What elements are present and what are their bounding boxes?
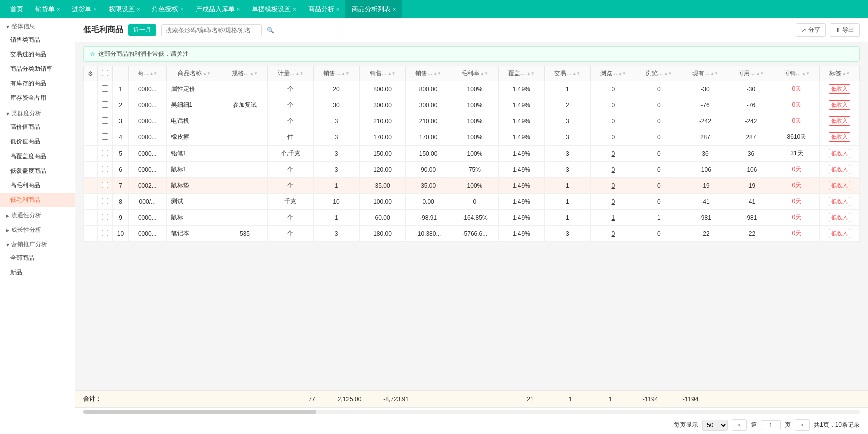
nav-close-icon[interactable]: × bbox=[57, 6, 60, 12]
date-filter-button[interactable]: 近一月 bbox=[128, 24, 156, 36]
view1-link[interactable]: 0 bbox=[611, 166, 615, 173]
sidebar-item-high-value[interactable]: 高价值商品 bbox=[0, 120, 75, 134]
view1-link[interactable]: 0 bbox=[611, 118, 615, 125]
row-view1-cell[interactable]: 0 bbox=[590, 162, 636, 178]
sidebar-item-traded-goods[interactable]: 交易过的商品 bbox=[0, 47, 75, 62]
row-checkbox[interactable] bbox=[102, 101, 108, 108]
cover-rate-column-header[interactable]: 覆盖...▲▼ bbox=[498, 66, 545, 81]
row-checkbox[interactable] bbox=[102, 150, 108, 156]
sidebar-item-sales-goods[interactable]: 销售类商品 bbox=[0, 33, 75, 47]
nav-product-analysis-list[interactable]: 商品分析列表× bbox=[345, 0, 402, 18]
row-checkbox-cell[interactable] bbox=[98, 226, 113, 242]
row-checkbox[interactable] bbox=[102, 85, 108, 92]
row-checkbox[interactable] bbox=[102, 214, 108, 220]
sales-price-column-header[interactable]: 销售...▲▼ bbox=[360, 66, 406, 81]
row-view1-cell[interactable]: 1 bbox=[590, 210, 636, 226]
sidebar-group-overall[interactable]: ▾ 整体信息 bbox=[0, 18, 75, 33]
name-column-header[interactable]: 商品名称▲▼ bbox=[166, 66, 222, 81]
row-checkbox-cell[interactable] bbox=[98, 113, 113, 129]
view1-link[interactable]: 0 bbox=[611, 86, 615, 93]
sidebar-item-high-margin[interactable]: 高毛利商品 bbox=[0, 178, 75, 193]
row-checkbox[interactable] bbox=[102, 133, 108, 140]
row-checkbox[interactable] bbox=[102, 166, 108, 172]
view1-link[interactable]: 0 bbox=[611, 102, 615, 109]
nav-finished-goods[interactable]: 产成品入库单× bbox=[190, 0, 246, 18]
row-checkbox-cell[interactable] bbox=[98, 146, 113, 162]
nav-close-icon[interactable]: × bbox=[93, 6, 96, 12]
sidebar-item-low-coverage[interactable]: 低覆盖度商品 bbox=[0, 164, 75, 178]
sidebar-item-low-value[interactable]: 低价值商品 bbox=[0, 134, 75, 149]
row-checkbox[interactable] bbox=[102, 117, 108, 124]
sidebar-group-cluster[interactable]: ▾ 类群度分析 bbox=[0, 105, 75, 120]
view1-link[interactable]: 1 bbox=[611, 214, 615, 221]
view1-link[interactable]: 0 bbox=[611, 134, 615, 141]
sidebar-item-high-coverage[interactable]: 高覆盖度商品 bbox=[0, 149, 75, 164]
row-checkbox-cell[interactable] bbox=[98, 162, 113, 178]
nav-home[interactable]: 首页 bbox=[4, 0, 29, 18]
sidebar-item-low-margin[interactable]: 低毛利商品 bbox=[0, 193, 75, 207]
row-view1-cell[interactable]: 0 bbox=[590, 129, 636, 146]
current-stock-column-header[interactable]: 现有...▲▼ bbox=[682, 66, 728, 81]
row-view1-cell[interactable]: 0 bbox=[590, 97, 636, 113]
page-number-input[interactable] bbox=[761, 420, 781, 430]
sidebar-item-stock-capital[interactable]: 库存资金占用 bbox=[0, 91, 75, 105]
nav-permissions[interactable]: 权限设置× bbox=[103, 0, 146, 18]
row-checkbox[interactable] bbox=[102, 198, 108, 204]
export-button[interactable]: ⬆ 导出 bbox=[830, 23, 860, 37]
trade-count-column-header[interactable]: 交易...▲▼ bbox=[545, 66, 591, 81]
view2-column-header[interactable]: 浏览...▲▼ bbox=[636, 66, 682, 81]
code-column-header[interactable]: 商...▲▼ bbox=[129, 66, 167, 81]
sales-profit-column-header[interactable]: 销售...▲▼ bbox=[405, 66, 451, 81]
nav-purchase-order[interactable]: 进货单× bbox=[66, 0, 102, 18]
row-checkbox-cell[interactable] bbox=[98, 194, 113, 210]
nav-close-icon[interactable]: × bbox=[393, 6, 396, 12]
nav-sales-order[interactable]: 销货单× bbox=[29, 0, 66, 18]
available-column-header[interactable]: 可用...▲▼ bbox=[728, 66, 774, 81]
tag-column-header[interactable]: 标签▲▼ bbox=[820, 66, 860, 81]
row-view1-cell[interactable]: 0 bbox=[590, 226, 636, 242]
gross-rate-column-header[interactable]: 毛利率▲▼ bbox=[451, 66, 498, 81]
unit-column-header[interactable]: 计量...▲▼ bbox=[268, 66, 314, 81]
row-view1-cell[interactable]: 0 bbox=[590, 194, 636, 210]
nav-close-icon[interactable]: × bbox=[293, 6, 296, 12]
row-checkbox[interactable] bbox=[102, 230, 108, 236]
saleable-column-header[interactable]: 可销...▲▼ bbox=[774, 66, 820, 81]
nav-product-analysis[interactable]: 商品分析× bbox=[302, 0, 345, 18]
row-view1-cell[interactable]: 0 bbox=[590, 146, 636, 162]
sales-qty-column-header[interactable]: 销售...▲▼ bbox=[313, 66, 360, 81]
sidebar-group-growth[interactable]: ▸ 成长性分析 bbox=[0, 222, 75, 236]
sidebar-item-new-goods[interactable]: 新品 bbox=[0, 265, 75, 280]
nav-role-auth[interactable]: 角色授权× bbox=[146, 0, 189, 18]
row-checkbox-cell[interactable] bbox=[98, 210, 113, 226]
view1-link[interactable]: 0 bbox=[611, 230, 615, 237]
scrollbar-thumb[interactable] bbox=[83, 410, 316, 414]
checkbox-column-header[interactable] bbox=[98, 66, 113, 81]
select-all-checkbox[interactable] bbox=[102, 70, 108, 76]
nav-template-settings[interactable]: 单据模板设置× bbox=[246, 0, 302, 18]
sidebar-group-marketing[interactable]: ▾ 营销推广分析 bbox=[0, 236, 75, 251]
row-checkbox-cell[interactable] bbox=[98, 178, 113, 194]
nav-close-icon[interactable]: × bbox=[237, 6, 240, 12]
sidebar-item-stocked-goods[interactable]: 有库存的商品 bbox=[0, 76, 75, 91]
per-page-select[interactable]: 50 100 200 bbox=[702, 420, 728, 431]
view1-column-header[interactable]: 浏览...▲▼ bbox=[590, 66, 636, 81]
row-view1-cell[interactable]: 0 bbox=[590, 178, 636, 194]
prev-page-button[interactable]: ＜ bbox=[732, 419, 747, 431]
sidebar-item-all-goods[interactable]: 全部商品 bbox=[0, 251, 75, 265]
row-view1-cell[interactable]: 0 bbox=[590, 113, 636, 129]
next-page-button[interactable]: ＞ bbox=[795, 419, 810, 431]
sidebar-item-category-rate[interactable]: 商品分类助销率 bbox=[0, 62, 75, 76]
settings-column-header[interactable]: ⚙ bbox=[84, 66, 98, 81]
nav-close-icon[interactable]: × bbox=[137, 6, 140, 12]
spec-column-header[interactable]: 规格...▲▼ bbox=[222, 66, 268, 81]
row-checkbox-cell[interactable] bbox=[98, 129, 113, 146]
view1-link[interactable]: 0 bbox=[611, 182, 615, 189]
view1-link[interactable]: 0 bbox=[611, 198, 615, 205]
search-input[interactable] bbox=[161, 24, 262, 36]
horizontal-scrollbar[interactable] bbox=[75, 408, 868, 416]
sidebar-group-circulation[interactable]: ▸ 流通性分析 bbox=[0, 207, 75, 222]
row-checkbox[interactable] bbox=[102, 182, 108, 188]
view1-link[interactable]: 0 bbox=[611, 150, 615, 157]
search-icon[interactable]: 🔍 bbox=[267, 27, 274, 34]
share-button[interactable]: ↗ 分享 bbox=[796, 23, 826, 37]
